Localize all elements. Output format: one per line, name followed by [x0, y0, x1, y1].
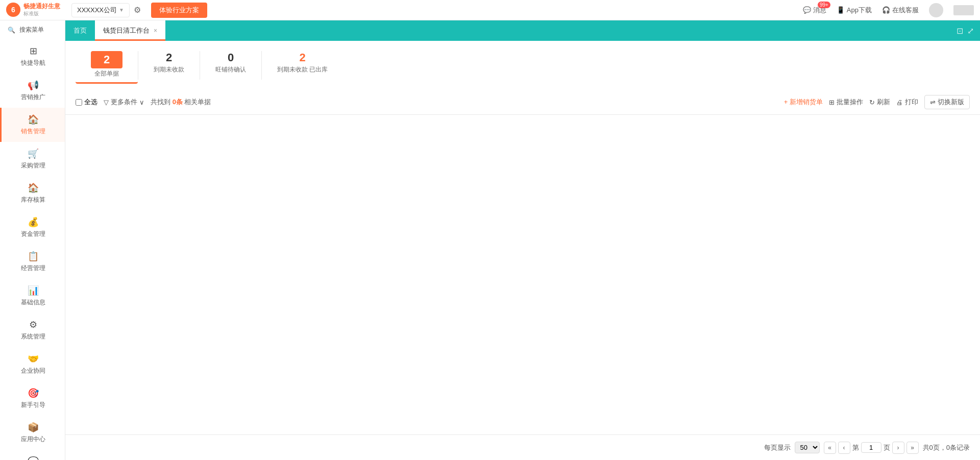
system-icon: ⚙ — [29, 319, 37, 330]
marketing-icon: 📢 — [28, 80, 39, 91]
switch-label: 切换新版 — [938, 98, 964, 107]
batch-label: 批量操作 — [837, 98, 863, 107]
page-content: 2 全部单据 2 到期未收款 0 旺铺待确认 2 到期未收款 已出库 — [65, 41, 980, 460]
refresh-icon: ↻ — [869, 99, 875, 106]
filter-btn[interactable]: ▽ 更多条件 ∨ — [104, 98, 144, 107]
message-btn[interactable]: 💬 消息 99+ — [803, 6, 826, 15]
gear-icon: ⚙ — [134, 6, 141, 14]
stat-pending-number: 0 — [223, 51, 238, 64]
filter-icon: ▽ — [104, 99, 109, 106]
stats-bar: 2 全部单据 2 到期未收款 0 旺铺待确认 2 到期未收款 已出库 — [65, 41, 980, 90]
online-service-btn[interactable]: 🎧 在线客服 — [882, 6, 919, 15]
logo-area: 6 畅捷通好生意 标准版 — [6, 3, 71, 17]
stat-unshipped-number: 2 — [295, 51, 310, 64]
found-text: 共找到 0条 相关单据 — [151, 98, 211, 107]
sidebar-item-label: 经营管理 — [21, 264, 45, 273]
app-name: 畅捷通好生意 — [23, 3, 60, 10]
sidebar-item-app-center[interactable]: 📦 应用中心 — [0, 416, 65, 450]
print-btn[interactable]: 🖨 打印 — [896, 98, 918, 107]
tab-minimize-icon[interactable]: ⊡ — [957, 26, 963, 36]
prev-page-btn[interactable]: ‹ — [838, 442, 850, 454]
tab-actions: ⊡ ⤢ — [950, 26, 980, 36]
stat-overdue-unpaid[interactable]: 2 到期未收款 — [138, 47, 200, 84]
quick-nav-icon: ⊞ — [30, 45, 37, 57]
found-prefix: 共找到 — [151, 98, 170, 106]
sidebar-item-wechat[interactable]: 💬 企业微信 — [0, 450, 65, 460]
tab-expand-icon[interactable]: ⤢ — [967, 26, 974, 36]
sidebar-item-label: 基础信息 — [21, 298, 45, 307]
tab-bar: 首页 钱货日清工作台 × ⊡ ⤢ — [65, 20, 980, 41]
tab-active[interactable]: 钱货日清工作台 × — [95, 20, 165, 41]
sidebar-item-capital[interactable]: 💰 资金管理 — [0, 210, 65, 245]
sidebar-item-label: 库存核算 — [21, 196, 45, 204]
page-nav: « ‹ 第 页 › » — [824, 442, 919, 454]
purchase-icon: 🛒 — [28, 148, 39, 159]
top-header: 6 畅捷通好生意 标准版 XXXXXX公司 ▼ ⚙ 体验行业方案 💬 消息 99… — [0, 0, 980, 20]
refresh-btn[interactable]: ↻ 刷新 — [869, 98, 890, 107]
stat-all-label: 全部单据 — [91, 69, 122, 78]
app-center-icon: 📦 — [28, 422, 39, 433]
app-download-btn[interactable]: 📱 App下载 — [837, 6, 872, 15]
stat-overdue-unshipped[interactable]: 2 到期未收款 已出库 — [262, 47, 343, 84]
sidebar-item-marketing[interactable]: 📢 营销推广 — [0, 74, 65, 108]
first-page-btn[interactable]: « — [824, 442, 836, 454]
avatar[interactable] — [929, 3, 943, 17]
select-all-checkbox[interactable]: 全选 — [76, 98, 97, 107]
page-input[interactable] — [861, 442, 881, 453]
per-page-select[interactable]: 50 — [795, 442, 820, 453]
switch-version-btn[interactable]: ⇌ 切换新版 — [924, 95, 970, 109]
select-all-label: 全选 — [84, 98, 97, 107]
page-suffix: 页 — [884, 443, 890, 452]
batch-operation-btn[interactable]: ⊞ 批量操作 — [829, 98, 863, 107]
toolbar-right: + 新增销货单 ⊞ 批量操作 ↻ 刷新 🖨 打印 ⇌ — [784, 95, 970, 109]
tab-home[interactable]: 首页 — [65, 20, 95, 41]
guide-icon: 🎯 — [28, 388, 39, 399]
found-count: 0条 — [173, 98, 183, 106]
service-icon: 🎧 — [882, 6, 890, 14]
last-page-btn[interactable]: » — [906, 442, 919, 454]
app-version: 标准版 — [23, 10, 60, 17]
stat-unshipped-label: 到期未收款 已出库 — [277, 65, 328, 74]
sidebar-item-operation[interactable]: 📋 经营管理 — [0, 245, 65, 279]
sidebar-item-guide[interactable]: 🎯 新手引导 — [0, 381, 65, 416]
tab-indicator — [95, 39, 165, 41]
sidebar-item-label: 快捷导航 — [21, 59, 45, 67]
sales-icon: 🏠 — [28, 114, 39, 125]
sidebar-item-system[interactable]: ⚙ 系统管理 — [0, 313, 65, 347]
sidebar-item-inventory[interactable]: 🏠 库存核算 — [0, 176, 65, 210]
tab-close-btn[interactable]: × — [154, 27, 157, 34]
sidebar-item-basic-info[interactable]: 📊 基础信息 — [0, 279, 65, 313]
stat-overdue-label: 到期未收款 — [154, 65, 184, 74]
stat-pending-confirm[interactable]: 0 旺铺待确认 — [200, 47, 261, 84]
filter-arrow: ∨ — [139, 99, 144, 106]
download-icon: 📱 — [837, 6, 845, 14]
company-selector[interactable]: XXXXXX公司 ▼ — [71, 3, 130, 17]
logo-text-block: 畅捷通好生意 标准版 — [23, 3, 60, 17]
print-label: 打印 — [905, 98, 918, 107]
stat-all[interactable]: 2 全部单据 — [76, 47, 138, 84]
message-badge: 99+ — [818, 2, 830, 8]
next-page-btn[interactable]: › — [892, 442, 904, 454]
add-sales-order-btn[interactable]: + 新增销货单 — [784, 98, 823, 107]
sidebar-item-sales[interactable]: 🏠 销售管理 — [0, 108, 65, 142]
sidebar-item-purchase[interactable]: 🛒 采购管理 — [0, 142, 65, 176]
toolbar: 全选 ▽ 更多条件 ∨ 共找到 0条 相关单据 + 新增销货单 ⊞ 批量操作 — [65, 90, 980, 115]
stat-overdue-number: 2 — [161, 51, 177, 64]
experience-btn[interactable]: 体验行业方案 — [151, 3, 207, 18]
select-all-input[interactable] — [76, 99, 82, 106]
basic-info-icon: 📊 — [28, 285, 39, 296]
tab-active-label: 钱货日清工作台 — [103, 26, 150, 35]
batch-icon: ⊞ — [829, 99, 835, 106]
switch-icon: ⇌ — [930, 99, 936, 106]
found-suffix: 相关单据 — [184, 98, 211, 106]
sidebar-item-quick-nav[interactable]: ⊞ 快捷导航 — [0, 39, 65, 74]
sidebar-item-label: 企业协同 — [21, 367, 45, 375]
sidebar-search[interactable]: 🔍 搜索菜单 — [0, 20, 65, 39]
header-right: 💬 消息 99+ 📱 App下载 🎧 在线客服 — [803, 3, 974, 17]
sidebar-item-label: 资金管理 — [21, 230, 45, 238]
settings-btn[interactable]: ⚙ — [134, 5, 141, 15]
sidebar-item-enterprise[interactable]: 🤝 企业协同 — [0, 347, 65, 381]
sidebar-item-label: 新手引导 — [21, 401, 45, 409]
total-label: 共0页，0条记录 — [923, 443, 970, 452]
inventory-icon: 🏠 — [28, 182, 39, 193]
